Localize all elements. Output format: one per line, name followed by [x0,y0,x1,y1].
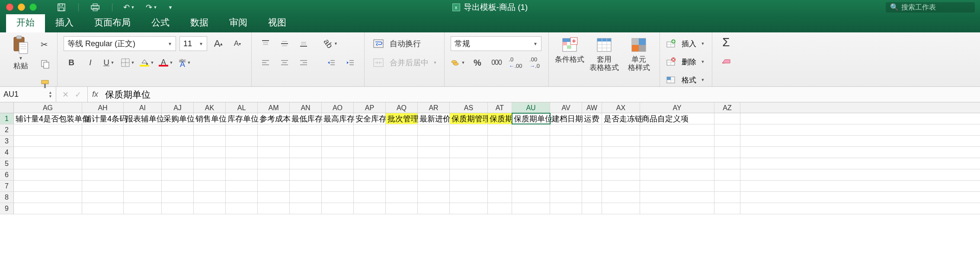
cell[interactable] [290,181,322,191]
column-header[interactable]: AR [418,102,450,113]
tab-home[interactable]: 开始 [6,12,45,32]
cell[interactable] [640,124,714,135]
column-header[interactable]: AO [322,102,354,113]
cell[interactable] [550,203,582,214]
row-header[interactable]: 9 [0,203,14,214]
orientation-icon[interactable]: ab▼ [323,37,339,50]
cell[interactable] [512,158,550,169]
cell[interactable] [258,181,290,191]
cancel-edit-icon[interactable]: ✕ [62,90,69,99]
cell[interactable] [450,124,488,135]
cell[interactable] [640,147,714,158]
cell[interactable] [418,181,450,191]
cell[interactable] [418,203,450,214]
cell[interactable] [488,192,512,203]
cell[interactable] [488,124,512,135]
cell[interactable] [488,169,512,180]
cell[interactable] [488,158,512,169]
cell[interactable] [226,124,258,135]
cell[interactable]: 商品自定义项 [640,113,714,124]
tab-review[interactable]: 审阅 [219,12,258,32]
cell[interactable] [354,124,386,135]
cell[interactable] [226,181,258,191]
align-right-icon[interactable] [296,56,311,69]
cell[interactable] [322,181,354,191]
cell[interactable] [354,169,386,180]
cell[interactable] [714,169,740,180]
column-header[interactable]: AN [290,102,322,113]
cell[interactable] [582,192,602,203]
cell[interactable] [354,192,386,203]
cell[interactable] [418,147,450,158]
conditional-format-button[interactable]: 条件格式 [555,36,584,64]
cell[interactable] [450,147,488,158]
cell[interactable] [354,147,386,158]
cell[interactable] [386,158,418,169]
cell[interactable] [258,136,290,146]
cell[interactable] [226,158,258,169]
cell[interactable] [124,136,162,146]
cut-icon[interactable]: ✂ [41,39,48,50]
cell[interactable]: 保质期单位 [512,113,550,124]
cell[interactable]: 报表辅单位 [124,113,162,124]
minimize-window-button[interactable] [18,3,25,11]
cell[interactable] [124,192,162,203]
row-header[interactable]: 1 [0,113,14,124]
cell[interactable] [354,158,386,169]
cell[interactable] [582,158,602,169]
cell[interactable] [322,158,354,169]
cell[interactable] [418,124,450,135]
cell[interactable] [290,124,322,135]
cell[interactable] [386,147,418,158]
cell[interactable] [226,203,258,214]
align-top-icon[interactable] [258,37,273,50]
fill-color-button[interactable]: ▼ [140,56,155,69]
cell[interactable] [14,147,82,158]
tab-insert[interactable]: 插入 [45,12,84,32]
column-header[interactable]: AS [450,102,488,113]
cell[interactable] [14,136,82,146]
cell[interactable] [602,169,640,180]
cell[interactable]: 辅计量4条码 [82,113,124,124]
cell[interactable]: 是否走冻链 [602,113,640,124]
column-header[interactable]: AI [124,102,162,113]
fx-icon[interactable]: fx [88,90,102,99]
row-header[interactable]: 4 [0,147,14,158]
redo-icon[interactable]: ↷ ▼ [141,0,161,14]
cell[interactable] [322,169,354,180]
cell[interactable] [714,158,740,169]
cell[interactable] [162,192,194,203]
column-header[interactable]: AZ [714,102,740,113]
cell[interactable]: 安全库存 [354,113,386,124]
cell[interactable] [322,136,354,146]
row-header[interactable]: 7 [0,181,14,191]
cell[interactable] [550,136,582,146]
increase-font-icon[interactable]: A▴ [211,37,226,50]
cell[interactable] [194,192,226,203]
cell[interactable] [418,192,450,203]
cell[interactable] [386,169,418,180]
print-icon[interactable] [85,0,105,14]
column-header[interactable]: AL [226,102,258,113]
cell[interactable] [14,158,82,169]
cell[interactable] [550,181,582,191]
font-color-button[interactable]: A▼ [159,56,174,69]
border-button[interactable]: ▼ [121,56,136,69]
cell[interactable] [162,136,194,146]
cell[interactable] [82,181,124,191]
currency-icon[interactable]: ▼ [451,56,466,69]
percent-icon[interactable]: % [470,56,485,69]
align-bottom-icon[interactable] [296,37,311,50]
row-header[interactable]: 5 [0,158,14,169]
cell[interactable] [582,181,602,191]
row-header[interactable]: 8 [0,192,14,203]
cell[interactable]: 批次管理 [386,113,418,124]
column-header[interactable]: AV [550,102,582,113]
cell[interactable] [290,158,322,169]
cell[interactable] [512,147,550,158]
cell[interactable] [82,124,124,135]
cell[interactable] [226,169,258,180]
cell[interactable] [258,158,290,169]
cell[interactable] [14,181,82,191]
wrap-text-icon[interactable] [371,37,386,50]
